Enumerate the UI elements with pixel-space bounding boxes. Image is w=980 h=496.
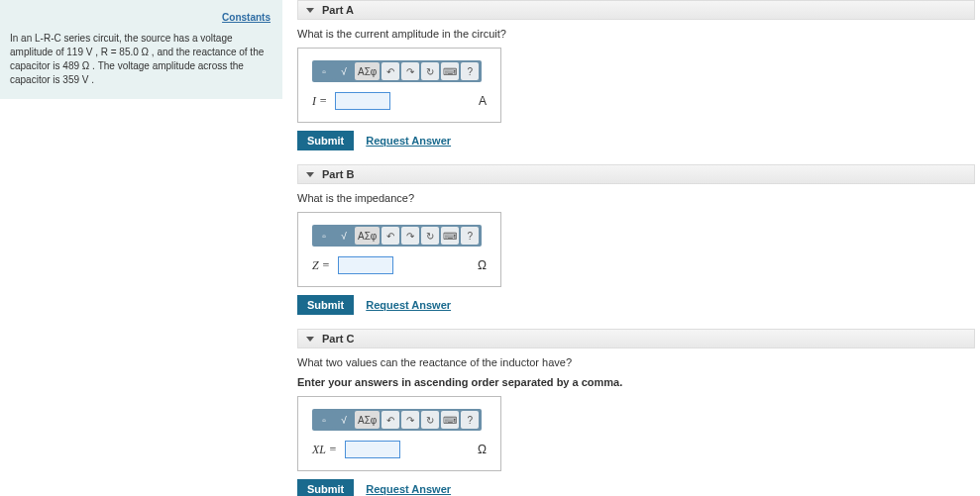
sqrt-icon[interactable]: √	[335, 227, 353, 245]
keyboard-icon[interactable]: ⌨	[441, 227, 459, 245]
unit-c: Ω	[418, 443, 487, 456]
collapse-caret-icon	[306, 8, 314, 13]
undo-icon[interactable]: ↶	[381, 227, 399, 245]
answer-input-b[interactable]	[338, 256, 393, 274]
part-b-question: What is the impedance?	[297, 192, 975, 204]
unit-a: A	[419, 94, 487, 108]
submit-button[interactable]: Submit	[297, 131, 354, 150]
input-toolbar: ▫ √ ΑΣφ ↶ ↷ ↻ ⌨ ?	[312, 409, 482, 431]
help-icon[interactable]: ?	[461, 62, 479, 80]
unit-b: Ω	[418, 258, 487, 272]
reset-icon[interactable]: ↻	[421, 227, 439, 245]
template-icon[interactable]: ▫	[315, 227, 333, 245]
help-icon[interactable]: ?	[461, 227, 479, 245]
part-c-instruction: Enter your answers in ascending order se…	[297, 376, 975, 388]
part-a: Part A What is the current amplitude in …	[297, 0, 975, 164]
sqrt-icon[interactable]: √	[335, 411, 353, 429]
parts-panel: Part A What is the current amplitude in …	[297, 0, 980, 496]
request-answer-link[interactable]: Request Answer	[366, 299, 451, 311]
constants-link[interactable]: Constants	[222, 12, 271, 23]
part-b: Part B What is the impedance? ▫ √ ΑΣφ ↶ …	[297, 164, 975, 329]
part-a-title: Part A	[322, 4, 354, 16]
input-toolbar: ▫ √ ΑΣφ ↶ ↷ ↻ ⌨ ?	[312, 225, 482, 247]
help-icon[interactable]: ?	[461, 411, 479, 429]
problem-text: In an L-R-C series circuit, the source h…	[10, 32, 272, 87]
problem-description-panel: Constants In an L-R-C series circuit, th…	[0, 0, 282, 99]
redo-icon[interactable]: ↷	[401, 227, 419, 245]
var-label-c: XL =	[312, 443, 337, 457]
greek-symbols-icon[interactable]: ΑΣφ	[355, 227, 380, 245]
part-a-question: What is the current amplitude in the cir…	[297, 28, 975, 40]
request-answer-link[interactable]: Request Answer	[366, 135, 451, 147]
part-c: Part C What two values can the reactance…	[297, 329, 975, 496]
undo-icon[interactable]: ↶	[381, 411, 399, 429]
template-icon[interactable]: ▫	[315, 62, 333, 80]
undo-icon[interactable]: ↶	[381, 62, 399, 80]
redo-icon[interactable]: ↷	[401, 62, 419, 80]
part-a-header[interactable]: Part A	[297, 0, 975, 20]
greek-symbols-icon[interactable]: ΑΣφ	[355, 62, 380, 80]
keyboard-icon[interactable]: ⌨	[441, 411, 459, 429]
greek-symbols-icon[interactable]: ΑΣφ	[355, 411, 380, 429]
answer-box-c: ▫ √ ΑΣφ ↶ ↷ ↻ ⌨ ? XL = Ω	[297, 396, 501, 471]
part-c-question: What two values can the reactance of the…	[297, 356, 975, 368]
answer-input-a[interactable]	[335, 92, 390, 110]
keyboard-icon[interactable]: ⌨	[441, 62, 459, 80]
answer-input-c[interactable]	[345, 441, 400, 458]
part-c-title: Part C	[322, 333, 354, 345]
part-b-header[interactable]: Part B	[297, 164, 975, 184]
redo-icon[interactable]: ↷	[401, 411, 419, 429]
reset-icon[interactable]: ↻	[421, 62, 439, 80]
collapse-caret-icon	[306, 337, 314, 342]
reset-icon[interactable]: ↻	[421, 411, 439, 429]
var-label-a: I =	[312, 94, 327, 109]
answer-box-a: ▫ √ ΑΣφ ↶ ↷ ↻ ⌨ ? I = A	[297, 48, 501, 123]
submit-button[interactable]: Submit	[297, 295, 354, 315]
var-label-b: Z =	[312, 258, 330, 273]
submit-button[interactable]: Submit	[297, 479, 354, 496]
sqrt-icon[interactable]: √	[335, 62, 353, 80]
part-c-header[interactable]: Part C	[297, 329, 975, 348]
collapse-caret-icon	[306, 172, 314, 177]
part-b-title: Part B	[322, 168, 354, 180]
request-answer-link[interactable]: Request Answer	[366, 483, 451, 495]
template-icon[interactable]: ▫	[315, 411, 333, 429]
input-toolbar: ▫ √ ΑΣφ ↶ ↷ ↻ ⌨ ?	[312, 60, 482, 82]
answer-box-b: ▫ √ ΑΣφ ↶ ↷ ↻ ⌨ ? Z = Ω	[297, 212, 501, 287]
